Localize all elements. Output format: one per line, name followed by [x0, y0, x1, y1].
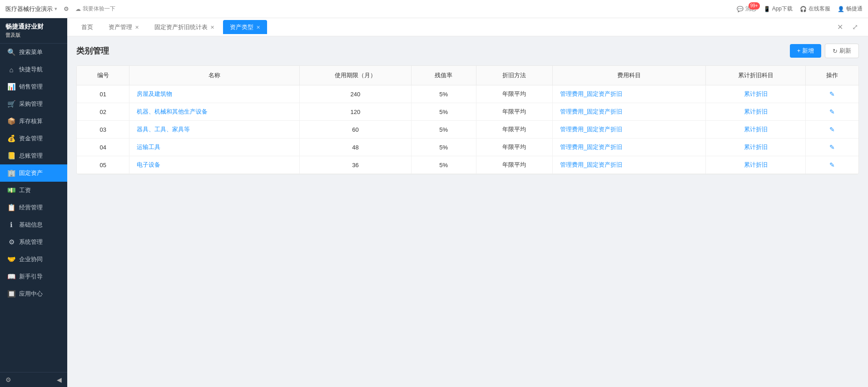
sidebar-item-search[interactable]: 🔍 搜索菜单 — [0, 44, 67, 61]
tab-close-asset-type[interactable]: ✕ — [256, 25, 260, 30]
messages-badge: 99+ — [749, 2, 760, 10]
sidebar-item-quick-nav[interactable]: ⌂ 快捷导航 — [0, 61, 67, 78]
cell-action-4[interactable]: ✎ — [806, 156, 858, 174]
cell-accum_depreciation-3: 累计折旧 — [706, 139, 806, 156]
sidebar-label-inventory: 库存核算 — [19, 117, 43, 125]
table-row: 02机器、机械和其他生产设备1205%年限平均管理费用_固定资产折旧累计折旧✎ — [77, 103, 858, 121]
online-service-button[interactable]: 🎧 在线客服 — [800, 5, 830, 13]
cell-action-3[interactable]: ✎ — [806, 139, 858, 156]
table-row: 01房屋及建筑物2405%年限平均管理费用_固定资产折旧累计折旧✎ — [77, 85, 858, 103]
cell-residual_rate-3: 5% — [411, 139, 476, 156]
tab-label-home: 首页 — [81, 23, 93, 31]
cell-action-1[interactable]: ✎ — [806, 103, 858, 121]
sidebar-label-capital: 资金管理 — [19, 134, 43, 143]
sidebar-item-enterprise[interactable]: 🤝 企业协同 — [0, 251, 67, 268]
sidebar-label-system: 系统管理 — [19, 238, 43, 246]
sales-icon: 📊 — [7, 83, 15, 91]
page-actions: + 新增 ↻ 刷新 — [790, 44, 859, 58]
sidebar-label-purchase: 采购管理 — [19, 100, 43, 108]
cell-accum_depreciation-0: 累计折旧 — [706, 85, 806, 103]
sidebar-menu: 🔍 搜索菜单 ⌂ 快捷导航 📊 销售管理 🛒 采购管理 📦 库存核算 💰 资金管… — [0, 44, 67, 372]
sidebar-label-operations: 经营管理 — [19, 203, 43, 212]
sidebar-item-capital[interactable]: 💰 资金管理 — [0, 130, 67, 147]
data-table-container: 编号名称使用期限（月）残值率折旧方法费用科目累计折旧科目操作 01房屋及建筑物2… — [76, 65, 859, 174]
sidebar-label-search: 搜索菜单 — [19, 48, 43, 56]
content-area: 首页 资产管理 ✕ 固定资产折旧统计表 ✕ 资产类型 ✕ ✕ ⤢ 类别管理 + … — [67, 18, 868, 387]
table-row: 04运输工具485%年限平均管理费用_固定资产折旧累计折旧✎ — [77, 139, 858, 156]
user-button[interactable]: 👤 畅捷通 — [838, 5, 863, 13]
cell-action-0[interactable]: ✎ — [806, 85, 858, 103]
edit-icon-3[interactable]: ✎ — [829, 144, 835, 151]
refresh-icon: ↻ — [833, 48, 838, 55]
cell-name-1: 机器、机械和其他生产设备 — [129, 103, 300, 121]
col-header-depreciation_method: 折旧方法 — [476, 66, 552, 85]
sidebar-label-payroll: 工资 — [19, 186, 31, 194]
tab-depreciation-table[interactable]: 固定资产折旧统计表 ✕ — [148, 20, 221, 34]
cell-expense_subject-4: 管理费用_固定资产折旧 — [553, 156, 706, 174]
edit-icon-2[interactable]: ✎ — [829, 126, 835, 133]
sidebar-settings-icon[interactable]: ⚙ — [5, 376, 11, 383]
demo-arrow-icon: ▾ — [55, 6, 57, 12]
cell-useful_life-0: 240 — [300, 85, 412, 103]
cell-name-0: 房屋及建筑物 — [129, 85, 300, 103]
quick-nav-icon: ⌂ — [7, 66, 15, 74]
sidebar-item-ledger[interactable]: 📒 总账管理 — [0, 147, 67, 164]
refresh-button[interactable]: ↻ 刷新 — [825, 44, 859, 58]
user-icon: 👤 — [838, 6, 844, 12]
messages-button[interactable]: 💬 消息 99+ — [737, 5, 756, 13]
cell-name-2: 器具、工具、家具等 — [129, 121, 300, 139]
sidebar-item-payroll[interactable]: 💵 工资 — [0, 182, 67, 199]
sidebar-logo: 畅捷通好业财 普及版 — [0, 18, 67, 44]
app-icon: 📱 — [764, 6, 770, 12]
user-label: 畅捷通 — [846, 5, 863, 13]
app-download-button[interactable]: 📱 App下载 — [764, 5, 793, 13]
service-icon: 🎧 — [800, 6, 807, 12]
sidebar-item-inventory[interactable]: 📦 库存核算 — [0, 113, 67, 130]
sidebar-label-quick-nav: 快捷导航 — [19, 65, 43, 74]
tab-asset-type[interactable]: 资产类型 ✕ — [223, 20, 267, 34]
tab-close-asset-management[interactable]: ✕ — [135, 25, 139, 30]
table-row: 05电子设备365%年限平均管理费用_固定资产折旧累计折旧✎ — [77, 156, 858, 174]
sidebar-item-operations[interactable]: 📋 经营管理 — [0, 199, 67, 216]
cell-useful_life-2: 60 — [300, 121, 412, 139]
minimize-button[interactable]: ✕ — [834, 22, 846, 32]
tab-home[interactable]: 首页 — [74, 20, 100, 34]
sidebar-item-system[interactable]: ⚙ 系统管理 — [0, 233, 67, 251]
sidebar-item-guide[interactable]: 📖 新手引导 — [0, 268, 67, 285]
maximize-button[interactable]: ⤢ — [849, 22, 861, 32]
cell-name-3: 运输工具 — [129, 139, 300, 156]
sidebar-item-purchase[interactable]: 🛒 采购管理 — [0, 95, 67, 113]
cell-action-2[interactable]: ✎ — [806, 121, 858, 139]
search-icon: 🔍 — [7, 48, 15, 56]
payroll-icon: 💵 — [7, 186, 15, 194]
tab-asset-management[interactable]: 资产管理 ✕ — [102, 20, 146, 34]
tab-close-depreciation-table[interactable]: ✕ — [210, 25, 214, 30]
cell-residual_rate-1: 5% — [411, 103, 476, 121]
sidebar-item-basic-info[interactable]: ℹ 基础信息 — [0, 216, 67, 233]
sidebar-item-fixed-assets[interactable]: 🏢 固定资产 — [0, 164, 67, 182]
cell-depreciation_method-1: 年限平均 — [476, 103, 552, 121]
sidebar-item-app-center[interactable]: 🔲 应用中心 — [0, 285, 67, 303]
window-controls: ✕ ⤢ — [834, 22, 861, 32]
fixed-assets-icon: 🏢 — [7, 169, 15, 177]
edit-icon-4[interactable]: ✎ — [829, 161, 835, 169]
sidebar-item-sales[interactable]: 📊 销售管理 — [0, 78, 67, 95]
asset-type-table: 编号名称使用期限（月）残值率折旧方法费用科目累计折旧科目操作 01房屋及建筑物2… — [77, 66, 858, 174]
cell-useful_life-4: 36 — [300, 156, 412, 174]
page-content: 类别管理 + 新增 ↻ 刷新 编号名称使用期限（月）残值率折旧方法费用科目累计折… — [67, 36, 868, 387]
sidebar-collapse-icon[interactable]: ◀ — [57, 376, 62, 383]
cell-expense_subject-3: 管理费用_固定资产折旧 — [553, 139, 706, 156]
table-body: 01房屋及建筑物2405%年限平均管理费用_固定资产折旧累计折旧✎02机器、机械… — [77, 85, 858, 174]
experience-button[interactable]: ☁ 我要体验一下 — [75, 5, 115, 13]
edit-icon-0[interactable]: ✎ — [829, 90, 835, 98]
app-center-icon: 🔲 — [7, 290, 15, 298]
settings-icon[interactable]: ⚙ — [61, 4, 72, 15]
logo-sub: 普及版 — [5, 32, 62, 39]
sidebar-label-fixed-assets: 固定资产 — [19, 169, 43, 177]
cell-expense_subject-2: 管理费用_固定资产折旧 — [553, 121, 706, 139]
edit-icon-1[interactable]: ✎ — [829, 108, 835, 115]
sidebar: 畅捷通好业财 普及版 🔍 搜索菜单 ⌂ 快捷导航 📊 销售管理 🛒 采购管理 📦… — [0, 18, 67, 387]
ledger-icon: 📒 — [7, 152, 15, 160]
add-button[interactable]: + 新增 — [790, 44, 821, 58]
topbar-demo[interactable]: 医疗器械行业演示 ▾ — [5, 5, 57, 13]
